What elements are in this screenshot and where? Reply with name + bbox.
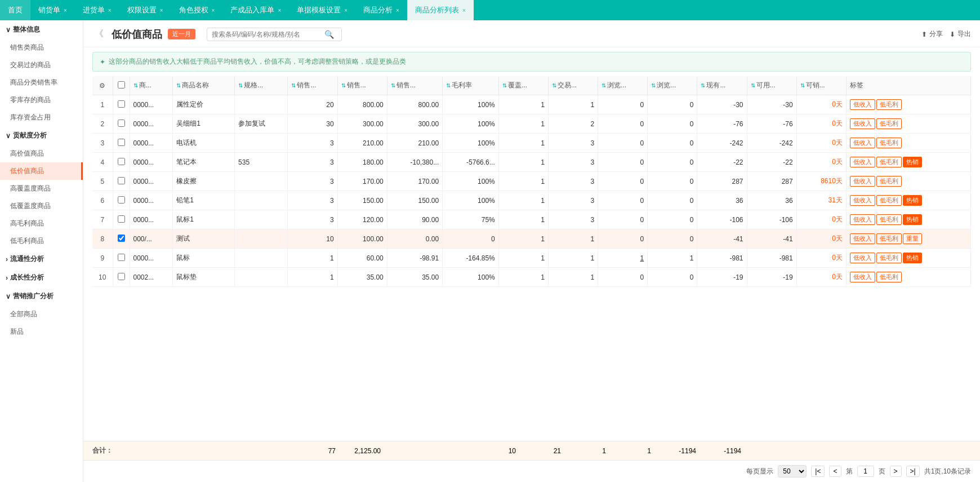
close-icon[interactable]: × <box>344 7 348 14</box>
close-icon[interactable]: × <box>278 7 281 14</box>
col-sales2[interactable]: ⇅销售... <box>337 76 387 95</box>
sidebar-section-overall[interactable]: ∨ 整体信息 <box>0 20 83 39</box>
nav-product-analysis-list[interactable]: 商品分析列表 × <box>407 0 474 20</box>
col-stock2[interactable]: ⇅可用... <box>747 76 796 95</box>
sidebar-item-low-coverage[interactable]: 低覆盖度商品 <box>0 197 83 215</box>
row-checkbox[interactable] <box>113 191 130 210</box>
sidebar-item-low-value[interactable]: 低价值商品 <box>0 162 83 180</box>
sidebar-item-capital-occupation[interactable]: 库存资金占用 <box>0 109 83 126</box>
col-checkbox[interactable] <box>113 76 130 95</box>
nav-role-auth[interactable]: 角色授权 × <box>171 0 223 20</box>
row-select-checkbox[interactable] <box>118 120 125 127</box>
close-icon[interactable]: × <box>64 7 67 14</box>
sidebar-item-all-products[interactable]: 全部商品 <box>0 306 83 323</box>
row-browse1[interactable]: 0 <box>598 172 648 191</box>
sidebar-item-traded-products[interactable]: 交易过的商品 <box>0 56 83 74</box>
col-sales1[interactable]: ⇅销售... <box>288 76 337 95</box>
sidebar-item-category-sales-rate[interactable]: 商品分类销售率 <box>0 74 83 91</box>
sidebar-section-circulation[interactable]: › 流通性分析 <box>0 250 83 268</box>
row-sales1: 10 <box>288 229 337 249</box>
row-browse1[interactable]: 0 <box>598 210 648 229</box>
col-browse2[interactable]: ⇅浏览... <box>648 76 697 95</box>
sidebar-item-zero-stock[interactable]: 零库存的商品 <box>0 91 83 109</box>
col-sales3[interactable]: ⇅销售... <box>387 76 442 95</box>
nav-permission[interactable]: 权限设置 × <box>119 0 171 20</box>
row-select-checkbox[interactable] <box>118 273 125 280</box>
page-input[interactable] <box>857 466 874 477</box>
search-input[interactable] <box>212 30 324 38</box>
nav-sales-order[interactable]: 销货单 × <box>30 0 75 20</box>
row-browse1[interactable]: 0 <box>598 95 648 114</box>
prev-page-btn[interactable]: < <box>829 466 841 477</box>
row-checkbox[interactable] <box>113 153 130 172</box>
col-settings[interactable]: ⚙ <box>92 76 113 95</box>
close-icon[interactable]: × <box>462 7 466 14</box>
col-gross-rate[interactable]: ⇅毛利率 <box>443 76 499 95</box>
row-browse1[interactable]: 1 <box>598 249 648 268</box>
row-checkbox[interactable] <box>113 210 130 229</box>
row-select-checkbox[interactable] <box>118 100 125 108</box>
row-browse1[interactable]: 0 <box>598 191 648 210</box>
row-checkbox[interactable] <box>113 134 130 153</box>
nav-purchase-order[interactable]: 进货单 × <box>75 0 119 20</box>
filter-recent-month-btn[interactable]: 近一月 <box>168 29 195 39</box>
sidebar-section-contribution[interactable]: ∨ 贡献度分析 <box>0 126 83 145</box>
col-trade[interactable]: ⇅交易... <box>548 76 598 95</box>
per-page-select[interactable]: 50 100 200 <box>778 465 807 477</box>
close-icon[interactable]: × <box>212 7 215 14</box>
row-select-checkbox[interactable] <box>118 235 125 242</box>
col-browse1[interactable]: ⇅浏览... <box>598 76 648 95</box>
row-sales2: 60.00 <box>337 249 387 268</box>
col-saledays[interactable]: ⇅可销... <box>796 76 846 95</box>
next-page-btn[interactable]: > <box>890 466 902 477</box>
search-icon[interactable]: 🔍 <box>324 30 334 39</box>
nav-finished-goods[interactable]: 产成品入库单 × <box>222 0 289 20</box>
last-page-btn[interactable]: >| <box>906 466 920 477</box>
row-checkbox[interactable] <box>113 114 130 134</box>
row-select-checkbox[interactable] <box>118 158 125 165</box>
row-gross-rate: -164.85% <box>443 249 499 268</box>
row-checkbox[interactable] <box>113 249 130 268</box>
close-icon[interactable]: × <box>108 7 112 14</box>
sidebar-item-new-products[interactable]: 新品 <box>0 323 83 341</box>
tag-label: 低毛利 <box>876 233 902 244</box>
row-browse1[interactable]: 0 <box>598 134 648 153</box>
nav-home[interactable]: 首页 <box>0 0 30 20</box>
sidebar-section-growth[interactable]: › 成长性分析 <box>0 268 83 287</box>
row-checkbox[interactable] <box>113 229 130 249</box>
first-page-btn[interactable]: |< <box>811 466 825 477</box>
nav-template-settings[interactable]: 单据模板设置 × <box>289 0 355 20</box>
row-select-checkbox[interactable] <box>118 196 125 204</box>
col-coverage[interactable]: ⇅覆盖... <box>498 76 548 95</box>
row-browse1[interactable]: 0 <box>598 153 648 172</box>
row-browse1[interactable]: 0 <box>598 268 648 287</box>
row-select-checkbox[interactable] <box>118 254 125 261</box>
row-select-checkbox[interactable] <box>118 215 125 223</box>
row-select-checkbox[interactable] <box>118 177 125 184</box>
tag-label: 低毛利 <box>876 214 902 225</box>
row-sales3: 150.00 <box>387 191 442 210</box>
col-name[interactable]: ⇅商品名称 <box>173 76 235 95</box>
row-browse1[interactable]: 0 <box>598 114 648 134</box>
sidebar-item-high-value[interactable]: 高价值商品 <box>0 145 83 162</box>
row-checkbox[interactable] <box>113 268 130 287</box>
sidebar-item-high-margin[interactable]: 高毛利商品 <box>0 215 83 232</box>
row-checkbox[interactable] <box>113 172 130 191</box>
row-select-checkbox[interactable] <box>118 139 125 146</box>
close-icon[interactable]: × <box>160 7 163 14</box>
row-browse1[interactable]: 0 <box>598 229 648 249</box>
sidebar-item-high-coverage[interactable]: 高覆盖度商品 <box>0 180 83 197</box>
col-stock1[interactable]: ⇅现有... <box>697 76 747 95</box>
col-code[interactable]: ⇅商... <box>130 76 173 95</box>
close-icon[interactable]: × <box>396 7 399 14</box>
sidebar-collapse-btn[interactable]: 《 <box>92 26 106 42</box>
export-btn[interactable]: ⬇ 导出 <box>950 29 971 39</box>
share-btn[interactable]: ⬆ 分享 <box>921 29 943 39</box>
col-spec[interactable]: ⇅规格... <box>235 76 288 95</box>
row-checkbox[interactable] <box>113 95 130 114</box>
sidebar-section-marketing[interactable]: ∨ 营销推广分析 <box>0 287 83 306</box>
sidebar-item-sales-products[interactable]: 销售类商品 <box>0 39 83 56</box>
nav-product-analysis[interactable]: 商品分析 × <box>355 0 407 20</box>
select-all-checkbox[interactable] <box>118 81 125 89</box>
sidebar-item-low-margin[interactable]: 低毛利商品 <box>0 232 83 250</box>
